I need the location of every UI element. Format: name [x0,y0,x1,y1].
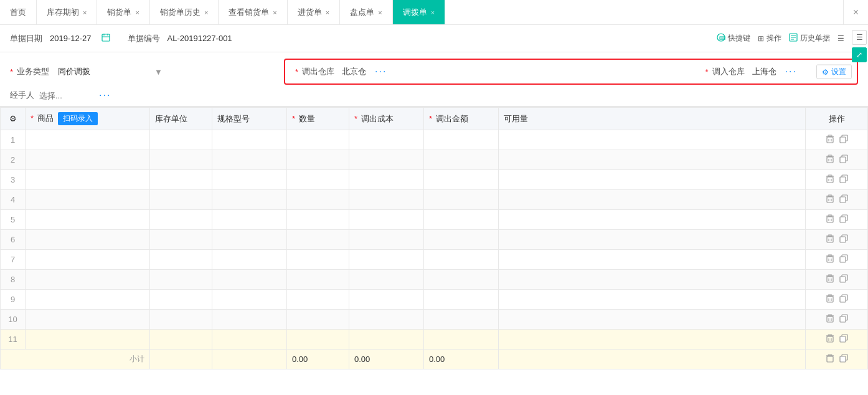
row-available-4[interactable] [499,190,806,210]
tab-transfer-close[interactable]: × [431,9,435,16]
row-unit-1[interactable] [150,130,212,150]
row-quantity-11[interactable] [287,330,349,350]
handler-input[interactable] [39,91,89,100]
row-quantity-3[interactable] [287,170,349,190]
row-product-5[interactable] [26,210,150,230]
delete-icon-10[interactable] [826,314,834,325]
row-amount-9[interactable] [424,290,499,310]
handler-more-button[interactable]: ··· [99,90,111,101]
row-product-4[interactable] [26,190,150,210]
copy-icon-4[interactable] [839,194,848,205]
tab-purchase[interactable]: 进货单 × [288,0,340,24]
row-cost-8[interactable] [349,270,424,290]
tab-home[interactable]: 首页 [0,0,37,24]
tab-inventory-check[interactable]: 盘点单 × [340,0,392,24]
row-unit-10[interactable] [150,310,212,330]
business-type-dropdown-icon[interactable]: ▼ [154,67,163,77]
tab-sales-order[interactable]: 销货单 × [97,0,149,24]
right-panel-list-button[interactable]: ☰ [852,30,867,45]
scan-button[interactable]: 扫码录入 [58,112,98,125]
copy-icon-11[interactable] [839,334,848,345]
row-cost-9[interactable] [349,290,424,310]
row-spec-9[interactable] [212,290,287,310]
row-quantity-4[interactable] [287,190,349,210]
row-cost-10[interactable] [349,310,424,330]
delete-icon-7[interactable] [826,254,834,265]
row-spec-5[interactable] [212,210,287,230]
tab-sales-order-close[interactable]: × [135,9,139,16]
th-gear[interactable]: ⚙ [1,108,26,130]
right-panel-expand-button[interactable]: ⤢ [852,47,867,62]
row-quantity-8[interactable] [287,270,349,290]
operation-button[interactable]: ⊞ 操作 [758,33,781,44]
row-available-2[interactable] [499,150,806,170]
copy-icon-6[interactable] [839,234,848,245]
copy-icon-8[interactable] [839,274,848,285]
row-product-1[interactable] [26,130,150,150]
row-spec-3[interactable] [212,170,287,190]
row-available-7[interactable] [499,250,806,270]
row-spec-2[interactable] [212,150,287,170]
row-cost-2[interactable] [349,150,424,170]
copy-icon-3[interactable] [839,174,848,185]
row-available-9[interactable] [499,290,806,310]
row-unit-5[interactable] [150,210,212,230]
row-amount-4[interactable] [424,190,499,210]
tab-view-sales[interactable]: 查看销货单 × [219,0,287,24]
row-unit-2[interactable] [150,150,212,170]
subtotal-copy-icon[interactable] [839,354,848,364]
row-cost-4[interactable] [349,190,424,210]
row-amount-10[interactable] [424,310,499,330]
row-amount-7[interactable] [424,250,499,270]
row-product-7[interactable] [26,250,150,270]
row-available-10[interactable] [499,310,806,330]
tab-purchase-close[interactable]: × [326,9,329,16]
copy-icon-5[interactable] [839,214,848,225]
row-quantity-5[interactable] [287,210,349,230]
row-spec-10[interactable] [212,310,287,330]
row-available-8[interactable] [499,270,806,290]
row-available-1[interactable] [499,130,806,150]
row-quantity-10[interactable] [287,310,349,330]
row-amount-1[interactable] [424,130,499,150]
row-amount-3[interactable] [424,170,499,190]
tab-bar-close-button[interactable]: × [843,0,868,24]
delete-icon-6[interactable] [826,234,834,245]
tab-inventory-check-close[interactable]: × [378,9,382,16]
row-amount-8[interactable] [424,270,499,290]
row-unit-4[interactable] [150,190,212,210]
row-product-3[interactable] [26,170,150,190]
row-unit-7[interactable] [150,250,212,270]
delete-icon-3[interactable] [826,174,834,185]
copy-icon-7[interactable] [839,254,848,265]
row-amount-11[interactable] [424,330,499,350]
row-cost-5[interactable] [349,210,424,230]
tab-transfer[interactable]: 调拨单 × [393,0,445,24]
subtotal-delete-icon[interactable] [826,354,834,364]
copy-icon-1[interactable] [839,135,848,145]
delete-icon-11[interactable] [826,334,834,345]
copy-icon-2[interactable] [839,155,848,165]
row-unit-9[interactable] [150,290,212,310]
row-cost-7[interactable] [349,250,424,270]
transfer-in-more-button[interactable]: ··· [785,66,797,77]
row-spec-11[interactable] [212,330,287,350]
delete-icon-2[interactable] [826,155,834,165]
copy-icon-10[interactable] [839,314,848,325]
delete-icon-9[interactable] [826,294,834,305]
row-product-10[interactable] [26,310,150,330]
row-amount-6[interactable] [424,230,499,250]
row-available-5[interactable] [499,210,806,230]
delete-icon-5[interactable] [826,214,834,225]
copy-icon-9[interactable] [839,294,848,305]
delete-icon-8[interactable] [826,274,834,285]
list-view-button[interactable]: ☰ [837,34,844,43]
shortcut-button[interactable]: ⌨ 快捷键 [717,33,750,44]
tab-view-sales-close[interactable]: × [273,9,276,16]
row-unit-8[interactable] [150,270,212,290]
row-quantity-2[interactable] [287,150,349,170]
row-cost-6[interactable] [349,230,424,250]
tab-inventory-init[interactable]: 库存期初 × [37,0,97,24]
row-available-6[interactable] [499,230,806,250]
row-product-8[interactable] [26,270,150,290]
